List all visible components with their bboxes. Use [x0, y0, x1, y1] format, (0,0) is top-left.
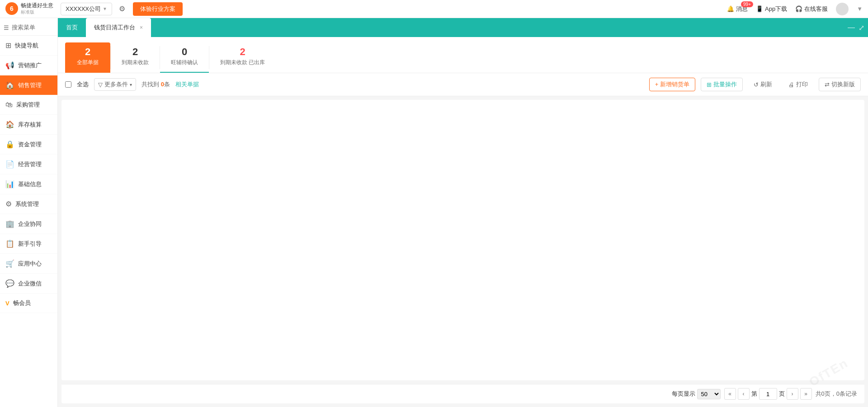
- sidebar-item-purchase[interactable]: 🛍 采购管理: [0, 95, 57, 115]
- tab-active[interactable]: 钱货日清工作台 ×: [86, 18, 151, 37]
- first-page-button[interactable]: «: [724, 388, 736, 400]
- cart-icon: 🛒: [5, 259, 14, 268]
- app-download-area[interactable]: 📱 App下载: [756, 5, 787, 13]
- trial-button[interactable]: 体验行业方案: [133, 2, 183, 16]
- sidebar-search[interactable]: ☰ 搜索菜单: [0, 18, 57, 36]
- sidebar-item-operations[interactable]: 📄 经营管理: [0, 154, 57, 174]
- online-service-area[interactable]: 🎧 在线客服: [795, 5, 828, 13]
- building-icon: 🏢: [5, 220, 14, 228]
- tab-close-icon[interactable]: ×: [140, 24, 143, 31]
- search-icon: ☰: [4, 24, 9, 31]
- message-icon-area[interactable]: 🔔 消息 99+: [727, 5, 748, 13]
- page-suffix: 页: [779, 390, 785, 398]
- sidebar-item-quick-nav[interactable]: ⊞ 快捷导航: [0, 36, 57, 56]
- filter-label: 更多条件: [104, 80, 128, 89]
- next-page-button[interactable]: ›: [787, 388, 798, 400]
- stat-overdue-label: 到期未收款: [122, 59, 149, 66]
- clipboard-icon: 📋: [5, 239, 14, 248]
- new-order-label: + 新增销货单: [655, 80, 689, 89]
- maximize-icon[interactable]: ⤢: [859, 23, 864, 32]
- sidebar-item-label: 资金管理: [18, 140, 42, 149]
- sidebar-item-wechat[interactable]: 💬 企业微信: [0, 274, 57, 294]
- batch-icon: ⊞: [707, 81, 712, 88]
- doc-icon: 📄: [5, 160, 14, 168]
- page-size-area: 每页显示 50 20 100: [672, 389, 721, 399]
- sidebar: ☰ 搜索菜单 ⊞ 快捷导航 📢 营销推广 🏠 销售管理 🛍 采购管理 🏠 库存核…: [0, 18, 58, 407]
- nav-tabs: 首页 钱货日清工作台 × — ⤢: [58, 18, 868, 37]
- gear-icon: ⚙: [5, 200, 12, 208]
- page-total: 共0页，0条记录: [816, 390, 857, 398]
- sidebar-item-guide[interactable]: 📋 新手引导: [0, 234, 57, 254]
- switch-version-label: 切换新版: [831, 80, 855, 89]
- online-service-label: 在线客服: [804, 5, 828, 13]
- stat-shipped-label: 到期未收款 已出库: [220, 59, 265, 66]
- switch-icon: ⇄: [825, 81, 830, 88]
- batch-op-label: 批量操作: [713, 80, 737, 89]
- bell-icon: 🔔: [727, 5, 734, 12]
- stat-tab-overdue[interactable]: 2 到期未收款: [111, 42, 160, 73]
- settings-icon[interactable]: ⚙: [116, 3, 128, 15]
- table-area: [61, 100, 864, 380]
- per-page-select[interactable]: 50 20 100: [697, 389, 721, 399]
- stat-all-label: 全部单据: [76, 59, 99, 66]
- headset-icon: 🎧: [795, 5, 802, 12]
- per-page-label: 每页显示: [672, 390, 695, 398]
- new-order-button[interactable]: + 新增销货单: [649, 78, 695, 91]
- print-button[interactable]: 🖨 打印: [783, 78, 813, 91]
- related-orders-link[interactable]: 相关单据: [175, 80, 199, 89]
- stat-tab-all[interactable]: 2 全部单据: [65, 42, 110, 73]
- stats-bar: 2 全部单据 2 到期未收款 0 旺辅待确认 2 到期未收款 已出库: [58, 37, 868, 73]
- company-selector[interactable]: XXXXXX公司 ▼: [61, 3, 112, 15]
- sidebar-item-member[interactable]: V 畅会员: [0, 294, 57, 313]
- sidebar-item-basic[interactable]: 📊 基础信息: [0, 174, 57, 194]
- last-page-button[interactable]: »: [800, 388, 812, 400]
- sidebar-item-label: 销售管理: [18, 81, 42, 89]
- tab-home[interactable]: 首页: [58, 18, 86, 37]
- sidebar-item-label: 新手引导: [18, 240, 42, 248]
- sidebar-item-sales[interactable]: 🏠 销售管理: [0, 75, 57, 95]
- found-count: 0: [161, 81, 164, 88]
- stat-tab-wangdian[interactable]: 0 旺辅待确认: [160, 42, 209, 73]
- chevron-down-icon: ▼: [103, 6, 107, 11]
- sidebar-item-system[interactable]: ⚙ 系统管理: [0, 194, 57, 214]
- found-text: 共找到 0条: [142, 80, 170, 89]
- sidebar-item-label: 企业协同: [18, 220, 42, 228]
- stat-all-num: 2: [76, 46, 99, 58]
- sidebar-item-appstore[interactable]: 🛒 应用中心: [0, 254, 57, 274]
- logo-area: 6 畅捷通好生意 标准版: [5, 2, 53, 15]
- page-number-input[interactable]: [759, 388, 777, 400]
- sidebar-item-marketing[interactable]: 📢 营销推广: [0, 56, 57, 75]
- grid-icon: ⊞: [5, 41, 11, 50]
- tab-home-label: 首页: [66, 23, 78, 32]
- topbar-right: 🔔 消息 99+ 📱 App下载 🎧 在线客服 ▼: [727, 3, 863, 15]
- prev-page-button[interactable]: ‹: [738, 388, 750, 400]
- content-area: 首页 钱货日清工作台 × — ⤢ 2 全部单据 2 到期未收款: [58, 18, 868, 407]
- switch-version-button[interactable]: ⇄ 切换新版: [819, 78, 861, 91]
- sidebar-item-label: 系统管理: [15, 200, 39, 208]
- table-icon: 📊: [5, 180, 14, 188]
- vip-icon: V: [5, 300, 9, 307]
- filter-icon: ▽: [98, 81, 103, 88]
- print-label: 打印: [796, 80, 808, 89]
- user-name-area[interactable]: ▼: [857, 5, 863, 12]
- filter-button[interactable]: ▽ 更多条件 ▾: [94, 78, 136, 91]
- message-badge: 99+: [741, 1, 753, 7]
- minimize-icon[interactable]: —: [848, 23, 855, 32]
- topbar: 6 畅捷通好生意 标准版 XXXXXX公司 ▼ ⚙ 体验行业方案 🔔 消息 99…: [0, 0, 868, 18]
- sidebar-item-label: 企业微信: [18, 280, 42, 288]
- sidebar-item-label: 快捷导航: [15, 42, 38, 50]
- stat-tab-overdue-shipped[interactable]: 2 到期未收款 已出库: [209, 42, 276, 73]
- megaphone-icon: 📢: [5, 61, 14, 70]
- sidebar-item-cooperation[interactable]: 🏢 企业协同: [0, 214, 57, 234]
- batch-op-button[interactable]: ⊞ 批量操作: [701, 78, 743, 91]
- sidebar-item-inventory[interactable]: 🏠 库存核算: [0, 115, 57, 135]
- select-all-checkbox[interactable]: [65, 81, 71, 88]
- avatar[interactable]: [836, 3, 849, 15]
- tab-active-label: 钱货日清工作台: [94, 23, 135, 32]
- refresh-button[interactable]: ↺ 刷新: [748, 78, 778, 91]
- sidebar-item-finance[interactable]: 🔒 资金管理: [0, 135, 57, 154]
- search-label: 搜索菜单: [12, 23, 35, 32]
- main-layout: ☰ 搜索菜单 ⊞ 快捷导航 📢 营销推广 🏠 销售管理 🛍 采购管理 🏠 库存核…: [0, 18, 868, 407]
- refresh-icon: ↺: [754, 81, 759, 88]
- refresh-label: 刷新: [760, 80, 772, 89]
